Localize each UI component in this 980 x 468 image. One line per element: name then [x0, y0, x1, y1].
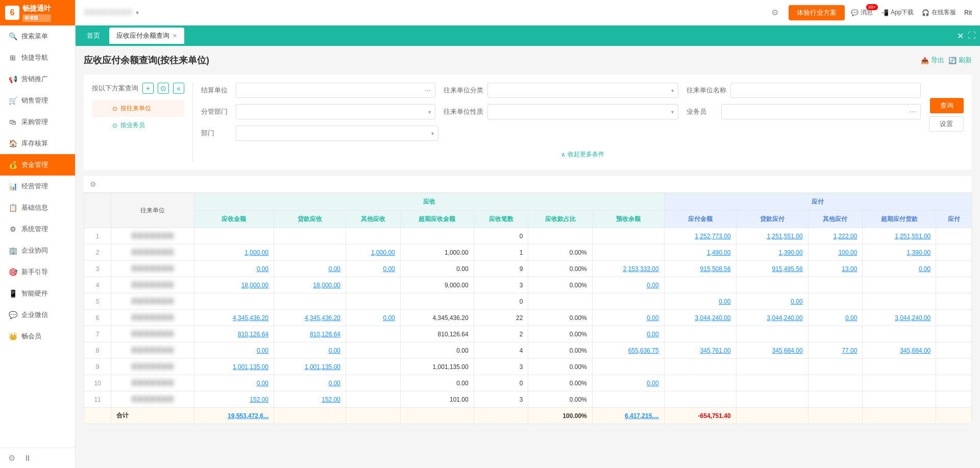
user-account[interactable]: Rit	[964, 9, 972, 16]
th-ap-amount: 应付金额	[664, 211, 736, 228]
breadcrumb: 某某某某某某某某 ▾	[84, 8, 765, 17]
salesperson-input[interactable]: ···	[721, 104, 921, 119]
filter-back-icon[interactable]: «	[173, 83, 184, 94]
unit-category-label: 往来单位分类	[444, 86, 483, 95]
sidebar-item-guide[interactable]: 🎯 新手引导	[0, 261, 75, 283]
tab-maximize-button[interactable]: ⛶	[968, 31, 976, 41]
filter-add-icon[interactable]: +	[142, 83, 154, 94]
refresh-icon: 🔄	[948, 57, 957, 64]
sub-item-salesperson[interactable]: ⊙ 按业务员	[92, 117, 184, 134]
app-download-button[interactable]: 📲 App下载	[881, 8, 914, 17]
page-container: 应收应付余额查询(按往来单位) 📤 导出 🔄 刷新 按以下方案查询	[76, 46, 980, 432]
filter-salesperson: 业务员 ···	[687, 104, 921, 119]
filter-settings-icon[interactable]: ⊙	[158, 83, 169, 94]
data-table-wrapper: ⚙ 往来单位 应收 应付 应收金额 贷款应收 其他应收	[84, 176, 972, 424]
online-service-button[interactable]: 🎧 在线客服	[922, 8, 956, 17]
unit-name-input[interactable]	[730, 83, 921, 98]
partner-cell: 某某某某某某某	[111, 359, 194, 375]
sidebar-item-capital[interactable]: 💰 资金管理	[0, 154, 75, 176]
top-header: 某某某某某某某某 ▾ ⚙ 体验行业方案 💬 消息 99+ 📲 App下载 🎧 在…	[76, 0, 980, 26]
tab-ar[interactable]: 应收应付余额查询 ✕	[109, 28, 184, 44]
wechat-icon: 💬	[8, 310, 17, 319]
tab-bar-actions: ✕ ⛶	[957, 31, 976, 41]
filter-unit-name: 往来单位名称	[687, 83, 921, 98]
table-config-icon[interactable]: ⚙	[90, 180, 96, 188]
capital-icon: 💰	[8, 160, 17, 169]
sidebar-item-quick[interactable]: ⊞ 快捷导航	[0, 47, 75, 68]
th-ar-loan: 贷款应收	[274, 211, 346, 228]
sidebar-item-system[interactable]: ⚙ 系统管理	[0, 218, 75, 240]
sidebar-item-sales[interactable]: 🛒 销售管理	[0, 90, 75, 111]
th-ap-loan: 贷款应付	[736, 211, 808, 228]
set-button[interactable]: 设置	[929, 116, 964, 132]
settings-footer-icon[interactable]: ⚙	[8, 453, 15, 463]
sidebar-item-search[interactable]: 🔍 搜索菜单	[0, 26, 75, 47]
sidebar-item-wechat[interactable]: 💬 企业微信	[0, 304, 75, 326]
partner-cell: 某某某某某某某	[111, 228, 194, 244]
tab-close-icon[interactable]: ✕	[173, 33, 177, 39]
table-row: 1某某某某某某某01,252,773.001,251,551.001,222.0…	[84, 228, 972, 244]
dept-input[interactable]: ▾	[236, 126, 438, 141]
marketing-icon: 📢	[8, 75, 17, 84]
query-button[interactable]: 查询	[930, 98, 964, 113]
sidebar-footer: ⚙ ⏸	[0, 448, 75, 468]
th-ar-ratio: 应收款占比	[528, 211, 592, 228]
breadcrumb-dropdown-icon[interactable]: ▾	[136, 9, 139, 16]
settlement-unit-input[interactable]: ···	[236, 83, 435, 98]
partner-cell: 某某某某某某某	[111, 391, 194, 408]
th-index	[84, 193, 111, 228]
th-ar-overdue: 超期应收金额	[400, 211, 474, 228]
collapse-footer-icon[interactable]: ⏸	[23, 454, 32, 463]
header-right: 💬 消息 99+ 📲 App下载 🎧 在线客服 Rit	[851, 8, 972, 17]
tab-bar: 首页 应收应付余额查询 ✕ ✕ ⛶	[76, 26, 980, 46]
message-button[interactable]: 💬 消息 99+	[851, 8, 873, 17]
salesperson-icon: ⊙	[112, 122, 117, 129]
collapse-button[interactable]: ∧ 收起更多条件	[201, 147, 964, 162]
page-title: 应收应付余额查询(按往来单位)	[84, 54, 209, 66]
dept-label: 部门	[201, 129, 232, 138]
unit-nature-input[interactable]: ▾	[487, 104, 678, 119]
table-row: 9某某某某某某某1,001,135.001,001,135.001,001,13…	[84, 359, 972, 375]
th-ar-other: 其他应收	[346, 211, 400, 228]
sidebar-item-inventory[interactable]: 🏠 库存核算	[0, 133, 75, 154]
sidebar-item-basic[interactable]: 📋 基础信息	[0, 197, 75, 218]
table-row: 11某某某某某某某152.00152.00101.0030.00%	[84, 391, 972, 408]
header-gear-icon[interactable]: ⚙	[771, 8, 778, 17]
logo-name: 畅捷通叶	[22, 4, 51, 13]
search-icon: 🔍	[8, 32, 17, 41]
partner-cell: 某某某某某某某	[111, 244, 194, 261]
sidebar-item-enterprise[interactable]: 🏢 企业协同	[0, 240, 75, 261]
th-ar-count: 应收笔数	[474, 211, 528, 228]
filter-label: 按以下方案查询	[92, 84, 138, 93]
unit-nature-dropdown-icon: ▾	[671, 109, 674, 115]
basic-icon: 📋	[8, 203, 17, 212]
unit-category-dropdown-icon: ▾	[671, 88, 674, 93]
unit-name-label: 往来单位名称	[687, 86, 726, 95]
tab-close-window-button[interactable]: ✕	[957, 31, 964, 41]
salesperson-dots-icon: ···	[910, 107, 916, 116]
app-icon: 📲	[881, 9, 889, 16]
sidebar-menu: 🔍 搜索菜单 ⊞ 快捷导航 📢 营销推广 🛒 销售管理 🛍 采购管理 🏠 库存核…	[0, 26, 75, 448]
table-row: 10某某某某某某某0.000.000.0000.00%0.00	[84, 375, 972, 391]
sidebar-item-operation[interactable]: 📊 经营管理	[0, 176, 75, 197]
filter-header: 按以下方案查询 + ⊙ «	[92, 83, 184, 94]
sub-item-partner[interactable]: ⊙ 按往来单位	[92, 100, 184, 117]
collapse-icon: ∧	[561, 151, 566, 158]
partner-cell: 某某某某某某某	[111, 375, 194, 391]
settlement-dots-icon: ···	[424, 86, 431, 95]
partner-icon: ⊙	[112, 105, 117, 112]
th-partner: 往来单位	[111, 193, 194, 228]
tab-home[interactable]: 首页	[80, 28, 107, 44]
sidebar-item-hardware[interactable]: 📱 智能硬件	[0, 283, 75, 304]
sidebar-item-member[interactable]: 👑 畅会员	[0, 326, 75, 347]
sidebar-item-purchase[interactable]: 🛍 采购管理	[0, 111, 75, 133]
unit-category-input[interactable]: ▾	[487, 83, 678, 98]
solution-button[interactable]: 体验行业方案	[789, 5, 845, 20]
refresh-button[interactable]: 🔄 刷新	[948, 56, 972, 65]
dept-manager-input[interactable]: ▾	[236, 104, 435, 119]
th-receivable-group: 应收	[194, 193, 664, 211]
export-button[interactable]: 📤 导出	[921, 56, 944, 65]
partner-cell: 某某某某某某某	[111, 310, 194, 326]
sidebar-item-marketing[interactable]: 📢 营销推广	[0, 68, 75, 90]
dept-manager-dropdown-icon: ▾	[428, 109, 431, 115]
